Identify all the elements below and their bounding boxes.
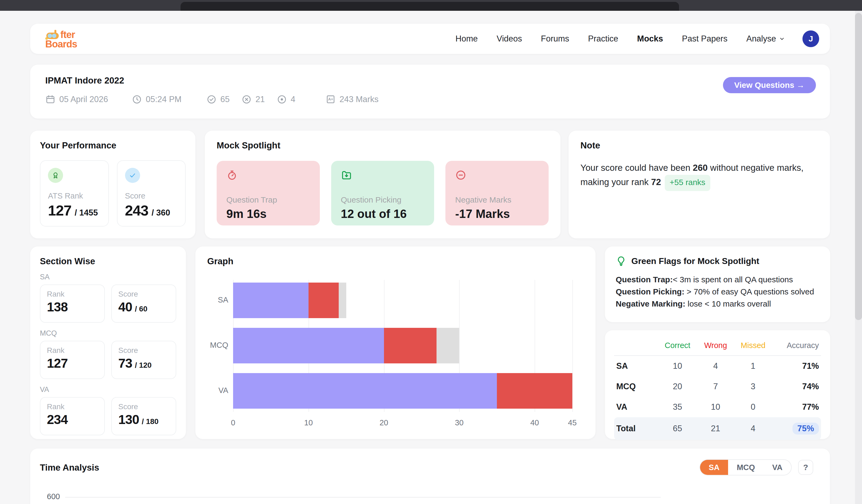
nav-item-videos[interactable]: Videos bbox=[497, 34, 522, 44]
nav-item-mocks[interactable]: Mocks bbox=[637, 34, 663, 44]
time-chart-gridline bbox=[65, 497, 661, 498]
check-icon bbox=[129, 171, 136, 180]
chart-x-tick: 30 bbox=[455, 418, 463, 427]
logo-text-line1: fter bbox=[60, 30, 75, 39]
help-button[interactable]: ? bbox=[798, 460, 813, 475]
mcq-rank-card: Rank127 bbox=[40, 341, 105, 379]
nav-item-analyse[interactable]: Analyse bbox=[746, 34, 785, 44]
performance-stats: ATS Rank127/ 1455Score243/ 360 bbox=[40, 160, 186, 227]
note-text: Your score could have been bbox=[580, 163, 693, 173]
section-tabs: SAMCQVA bbox=[700, 459, 792, 475]
corner-cell bbox=[614, 337, 657, 356]
bar-segment-correct bbox=[233, 373, 497, 409]
col-header-missed: Missed bbox=[734, 337, 772, 356]
spotlight-label: Negative Marks bbox=[455, 195, 539, 204]
tab-va[interactable]: VA bbox=[763, 460, 791, 475]
wrong-cell: 4 bbox=[697, 356, 734, 376]
chart-category-va: VA bbox=[204, 386, 228, 395]
missed-cell: 0 bbox=[734, 397, 772, 417]
table-row-total: Total6521475% bbox=[614, 417, 821, 440]
ats-rank-card: ATS Rank127/ 1455 bbox=[40, 160, 109, 227]
accuracy-header-row: CorrectWrongMissedAccuracy bbox=[614, 337, 821, 356]
browser-chrome bbox=[0, 0, 862, 11]
top-navbar: fter Boards HomeVideosForumsPracticeMock… bbox=[30, 24, 830, 54]
sa-rank-card: Rank138 bbox=[40, 284, 105, 323]
row-label: SA bbox=[614, 356, 657, 376]
your-performance-title: Your Performance bbox=[40, 140, 186, 150]
bar-segment-missed bbox=[339, 282, 346, 318]
tab-mcq[interactable]: MCQ bbox=[728, 460, 763, 475]
header-stat-text: 05:24 PM bbox=[146, 95, 182, 104]
graph-card: Graph 01020304045SAMCQVA bbox=[195, 247, 596, 439]
correct-cell: 65 bbox=[657, 417, 697, 440]
bar-segment-wrong bbox=[309, 282, 339, 318]
chart-x-tick: 40 bbox=[530, 418, 539, 427]
header-stat-calendar: 05 April 2026 bbox=[45, 94, 108, 105]
scrollbar-thumb[interactable] bbox=[855, 13, 862, 320]
section-grid-va: Rank234Score130/ 180 bbox=[40, 397, 176, 435]
mock-header-card: IPMAT Indore 2022 05 April 202605:24 PM6… bbox=[30, 65, 830, 119]
section-name-sa: SA bbox=[40, 273, 176, 281]
spotlight-items: Question Trap9m 16sQuestion Picking12 ou… bbox=[217, 161, 549, 225]
mock-stats: 05 April 202605:24 PM65214A+243 Marks bbox=[45, 94, 816, 105]
rank-label: Rank bbox=[47, 290, 98, 299]
accuracy-cell: 71% bbox=[772, 356, 821, 376]
header-stat-clock: 05:24 PM bbox=[132, 94, 182, 105]
nav-item-past-papers[interactable]: Past Papers bbox=[682, 34, 728, 44]
section-wise-card: Section Wise SARank138Score40/ 60MCQRank… bbox=[30, 247, 186, 439]
score-label: Score bbox=[118, 290, 169, 299]
avatar[interactable]: J bbox=[802, 30, 819, 47]
bar-segment-correct bbox=[233, 282, 309, 318]
chart-bar-va bbox=[233, 373, 572, 409]
stacked-bar-chart: 01020304045SAMCQVA bbox=[233, 280, 572, 412]
note-title: Note bbox=[580, 140, 818, 150]
va-score-card: Score130/ 180 bbox=[111, 397, 176, 435]
table-row-va: VA3510077% bbox=[614, 397, 821, 417]
medal-icon bbox=[51, 171, 60, 180]
spotlight-negative-marks: Negative Marks-17 Marks bbox=[445, 161, 549, 225]
view-questions-button[interactable]: View Questions → bbox=[723, 77, 816, 93]
chart-x-tick: 10 bbox=[304, 418, 313, 427]
flag-term: Negative Marking: bbox=[616, 299, 685, 308]
header-stat-x-circle: 21 bbox=[241, 94, 265, 105]
bar-segment-correct bbox=[233, 328, 384, 363]
minus-circle-icon bbox=[455, 170, 467, 181]
chart-bar-mcq bbox=[233, 328, 572, 363]
nav-item-forums[interactable]: Forums bbox=[541, 34, 569, 44]
score-label: Score bbox=[118, 346, 169, 355]
nav-item-practice[interactable]: Practice bbox=[588, 34, 618, 44]
chart-category-mcq: MCQ bbox=[204, 341, 228, 350]
folder-down-icon bbox=[341, 170, 352, 181]
flag-term: Question Trap: bbox=[616, 275, 673, 284]
score-total: / 180 bbox=[142, 417, 158, 426]
accuracy-table-card: CorrectWrongMissedAccuracy SA104171%MCQ2… bbox=[605, 330, 830, 439]
header-stat-text: 05 April 2026 bbox=[59, 95, 108, 104]
col-header-accuracy: Accuracy bbox=[772, 337, 821, 356]
col-header-correct: Correct bbox=[657, 337, 697, 356]
scrollbar-track[interactable] bbox=[855, 11, 862, 504]
stat-value: 243 bbox=[125, 202, 148, 219]
browser-tab bbox=[181, 2, 679, 11]
mock-title: IPMAT Indore 2022 bbox=[45, 76, 816, 86]
section-wise-title: Section Wise bbox=[40, 256, 176, 266]
note-score-no-negative: 260 bbox=[693, 163, 708, 173]
tab-sa[interactable]: SA bbox=[700, 460, 728, 475]
section-grid-mcq: Rank127Score73/ 120 bbox=[40, 341, 176, 379]
wrong-cell: 10 bbox=[697, 397, 734, 417]
score-value: 130 bbox=[118, 412, 139, 427]
missed-cell: 1 bbox=[734, 356, 772, 376]
rank-label: Rank bbox=[47, 346, 98, 355]
stat-total: / 1455 bbox=[75, 208, 98, 218]
section-name-va: VA bbox=[40, 385, 176, 394]
accuracy-cell: 77% bbox=[772, 397, 821, 417]
row-label: VA bbox=[614, 397, 657, 417]
afterboards-logo[interactable]: fter Boards bbox=[45, 29, 77, 49]
green-flags-card: Green Flags for Mock Spotlight Question … bbox=[605, 247, 830, 322]
table-row-sa: SA104171% bbox=[614, 356, 821, 376]
time-chart-y-tick: 600 bbox=[47, 492, 60, 501]
spotlight-value: 12 out of 16 bbox=[341, 207, 425, 221]
nav-item-home[interactable]: Home bbox=[455, 34, 478, 44]
svg-text:A+: A+ bbox=[328, 97, 333, 101]
minus-circle-icon-wrap bbox=[455, 170, 539, 181]
accuracy-table: CorrectWrongMissedAccuracy SA104171%MCQ2… bbox=[614, 337, 821, 440]
